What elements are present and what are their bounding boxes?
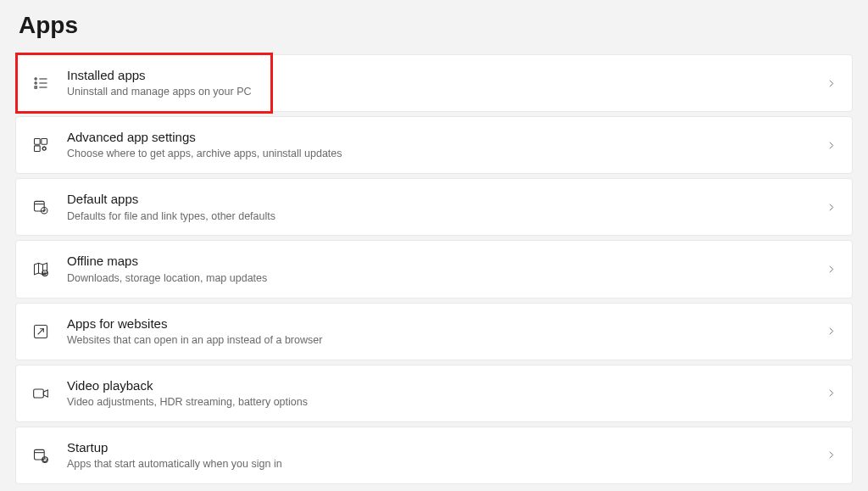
item-title: Offline maps	[67, 253, 826, 270]
chevron-right-icon	[826, 264, 837, 275]
settings-item-advanced-app-settings[interactable]: Advanced app settings Choose where to ge…	[15, 116, 853, 174]
item-text: Offline maps Downloads, storage location…	[67, 253, 826, 285]
svg-point-0	[35, 78, 36, 80]
settings-item-startup[interactable]: Startup Apps that start automatically wh…	[15, 427, 853, 484]
svg-point-1	[35, 82, 36, 84]
startup-icon	[31, 446, 50, 465]
item-desc: Uninstall and manage apps on your PC	[67, 85, 826, 99]
svg-rect-18	[35, 202, 45, 212]
item-desc: Video adjustments, HDR streaming, batter…	[67, 395, 826, 410]
chevron-right-icon	[826, 202, 837, 213]
chevron-right-icon	[826, 326, 837, 337]
item-title: Video playback	[67, 377, 826, 394]
item-desc: Websites that can open in an app instead…	[67, 333, 826, 348]
settings-item-installed-apps[interactable]: Installed apps Uninstall and manage apps…	[15, 54, 853, 112]
item-desc: Apps that start automatically when you s…	[67, 457, 826, 471]
item-title: Startup	[67, 439, 826, 456]
svg-rect-7	[42, 139, 47, 145]
item-text: Startup Apps that start automatically wh…	[67, 439, 826, 471]
settings-item-default-apps[interactable]: Default apps Defaults for file and link …	[15, 178, 853, 236]
svg-rect-2	[35, 86, 36, 88]
chevron-right-icon	[826, 449, 837, 460]
settings-item-video-playback[interactable]: Video playback Video adjustments, HDR st…	[15, 365, 853, 422]
item-text: Default apps Defaults for file and link …	[67, 191, 826, 223]
item-title: Advanced app settings	[67, 129, 826, 146]
video-playback-icon	[31, 384, 50, 403]
item-text: Installed apps Uninstall and manage apps…	[67, 67, 826, 99]
item-title: Apps for websites	[67, 315, 826, 332]
item-text: Video playback Video adjustments, HDR st…	[67, 377, 826, 410]
svg-line-15	[45, 150, 46, 151]
svg-line-14	[42, 147, 43, 148]
svg-line-17	[42, 150, 43, 151]
item-desc: Downloads, storage location, map updates	[67, 271, 826, 286]
installed-apps-icon	[31, 74, 50, 92]
apps-for-websites-icon	[31, 322, 50, 341]
item-title: Default apps	[67, 191, 826, 208]
item-text: Apps for websites Websites that can open…	[67, 315, 826, 348]
item-desc: Defaults for file and link types, other …	[67, 209, 826, 224]
svg-rect-8	[35, 146, 41, 152]
settings-item-offline-maps[interactable]: Offline maps Downloads, storage location…	[15, 240, 853, 298]
item-title: Installed apps	[67, 67, 826, 84]
item-text: Advanced app settings Choose where to ge…	[67, 129, 826, 161]
svg-line-27	[38, 328, 44, 334]
chevron-right-icon	[826, 78, 837, 89]
offline-maps-icon	[31, 259, 50, 278]
default-apps-icon	[31, 198, 50, 216]
chevron-right-icon	[826, 388, 837, 399]
item-desc: Choose where to get apps, archive apps, …	[67, 147, 826, 161]
svg-line-16	[45, 147, 46, 148]
svg-rect-6	[35, 139, 41, 145]
advanced-app-settings-icon	[31, 136, 50, 154]
svg-rect-28	[34, 389, 44, 398]
settings-item-apps-for-websites[interactable]: Apps for websites Websites that can open…	[15, 303, 853, 360]
page-title: Apps	[15, 0, 853, 54]
chevron-right-icon	[826, 140, 837, 151]
svg-marker-29	[43, 390, 47, 397]
settings-list: Installed apps Uninstall and manage apps…	[15, 54, 853, 484]
